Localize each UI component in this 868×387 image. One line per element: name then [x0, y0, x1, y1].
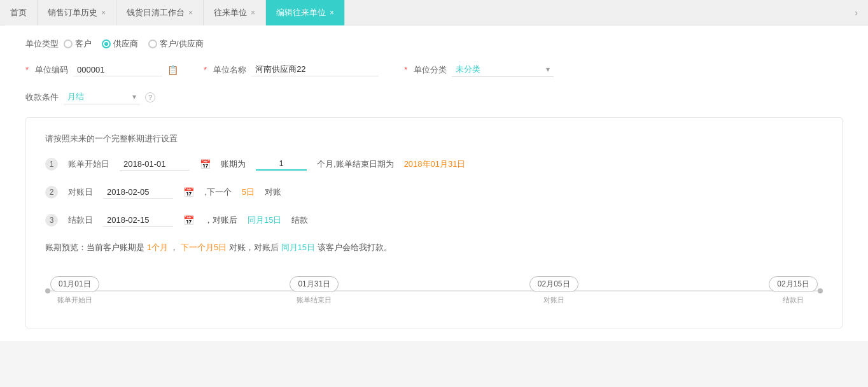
timeline-node-1-label: 账单开始日: [57, 295, 92, 305]
tab-home[interactable]: 首页: [5, 0, 38, 25]
unit-category-arrow-icon: ▾: [546, 65, 550, 74]
unit-category-required: *: [404, 65, 407, 74]
period-prefix: 账期为: [221, 158, 246, 170]
tab-edit-partner[interactable]: 编辑往来单位 ×: [266, 0, 345, 25]
tab-cashflow[interactable]: 钱货日清工作台 ×: [116, 0, 204, 25]
tab-cashflow-label: 钱货日清工作台: [127, 7, 185, 18]
tab-partner-close[interactable]: ×: [251, 8, 255, 17]
unit-type-radio-group: 客户 供应商 客户/供应商: [64, 38, 204, 50]
tab-cashflow-close[interactable]: ×: [188, 8, 193, 17]
preview-part2: 下一个月5日: [181, 243, 227, 252]
timeline-node-1-badge: 01月01日: [50, 276, 99, 292]
tab-expand-icon[interactable]: ›: [850, 8, 863, 18]
reconcile-suffix1: ,下一个: [204, 186, 232, 198]
tab-sales-history-close[interactable]: ×: [101, 8, 106, 17]
unit-category-select[interactable]: 未分类 ▾: [452, 62, 554, 77]
payment-suffix2: 同月15日: [248, 215, 281, 226]
reconcile-suffix3: 对账: [265, 186, 281, 198]
unit-name-input[interactable]: [251, 64, 379, 76]
payment-suffix3: 结款: [291, 215, 308, 226]
timeline-nodes: 01月01日 账单开始日 01月31日 账单结束日 02月05日 对账日: [50, 276, 818, 305]
period-value-input[interactable]: [256, 157, 307, 171]
setting-row-3: 3 结款日 📅 ，对账后 同月15日 结款: [45, 214, 823, 227]
preview-part3: 同月15日: [281, 243, 315, 252]
payment-terms-row: 收款条件 月结 ▾ ?: [25, 90, 843, 104]
unit-type-group: 单位类型 客户 供应商 客户/供应商: [25, 38, 204, 50]
payment-terms-help-icon[interactable]: ?: [145, 92, 155, 102]
payment-terms-group: 收款条件 月结 ▾ ?: [25, 90, 155, 104]
timeline-start-dot: [45, 288, 50, 293]
unit-name-label: 单位名称: [213, 64, 246, 76]
reconcile-date-cal-icon[interactable]: 📅: [183, 187, 194, 197]
timeline-node-4-label: 结款日: [783, 295, 804, 305]
unit-name-required: *: [204, 65, 207, 74]
period-unit-text: 个月,账单结束日期为: [317, 158, 394, 170]
setting-num-2: 2: [45, 186, 58, 199]
tab-sales-history[interactable]: 销售订单历史 ×: [38, 0, 116, 25]
unit-code-copy-icon[interactable]: 📋: [167, 65, 178, 75]
tab-sales-history-label: 销售订单历史: [48, 7, 97, 18]
preview-prefix: 账期预览：当前客户账期是: [45, 243, 144, 252]
payment-terms-label: 收款条件: [25, 92, 59, 103]
timeline-node-2-label: 账单结束日: [297, 295, 332, 305]
radio-customer-label: 客户: [75, 38, 92, 50]
unit-code-group: * 单位编码 📋: [25, 64, 178, 76]
start-date-cal-icon[interactable]: 📅: [200, 159, 211, 169]
unit-category-group: * 单位分类 未分类 ▾: [404, 62, 554, 77]
payment-date-input[interactable]: [103, 214, 173, 227]
timeline-node-2-badge: 01月31日: [290, 276, 339, 292]
payment-suffix1: ，对账后: [204, 215, 237, 226]
panel-instruction: 请按照未来的一个完整帐期进行设置: [45, 133, 823, 144]
radio-both[interactable]: 客户/供应商: [148, 38, 204, 50]
timeline-node-3-badge: 02月05日: [529, 276, 578, 292]
radio-both-label: 客户/供应商: [160, 38, 204, 50]
unit-category-label: 单位分类: [414, 64, 447, 76]
timeline-node-4: 02月15日 结款日: [769, 276, 818, 305]
timeline-node-4-badge: 02月15日: [769, 276, 818, 292]
payment-terms-select[interactable]: 月结 ▾: [64, 90, 140, 104]
preview-part1: 1个月: [147, 243, 168, 252]
radio-customer[interactable]: 客户: [64, 38, 92, 50]
preview-row: 账期预览：当前客户账期是 1个月 ， 下一个月5日 对账，对账后 同月15日 该…: [45, 232, 823, 264]
unit-code-label: 单位编码: [35, 64, 68, 76]
preview-mid1: ，: [170, 243, 178, 252]
unit-code-required: *: [25, 65, 29, 74]
timeline-section: 01月01日 账单开始日 01月31日 账单结束日 02月05日 对账日: [45, 264, 823, 313]
setting-label-3: 结款日: [68, 215, 93, 226]
unit-code-input[interactable]: [73, 64, 162, 76]
payment-terms-value: 月结: [67, 91, 132, 102]
unit-type-row: 单位类型 客户 供应商 客户/供应商: [25, 38, 843, 50]
radio-supplier-label: 供应商: [113, 38, 138, 50]
tab-edit-partner-label: 编辑往来单位: [276, 7, 326, 18]
unit-info-row: * 单位编码 📋 * 单位名称 * 单位分类 未分类 ▾: [25, 62, 843, 77]
timeline-end-dot: [818, 288, 823, 293]
start-date-input[interactable]: [120, 158, 190, 171]
setting-label-2: 对账日: [68, 186, 93, 198]
setting-row-2: 2 对账日 📅 ,下一个 5日 对账: [45, 186, 823, 199]
preview-mid2: 对账，对账后: [229, 243, 279, 252]
tab-partner-label: 往来单位: [214, 7, 247, 18]
setting-num-3: 3: [45, 214, 58, 227]
main-content: 单位类型 客户 供应商 客户/供应商 * 单位编码: [0, 25, 868, 341]
setting-row-1: 1 账单开始日 📅 账期为 个月,账单结束日期为 2018年01月31日: [45, 157, 823, 171]
tab-edit-partner-close[interactable]: ×: [330, 8, 334, 17]
settings-panel: 请按照未来的一个完整帐期进行设置 1 账单开始日 📅 账期为 个月,账单结束日期…: [25, 117, 843, 328]
reconcile-date-input[interactable]: [103, 186, 173, 199]
timeline-node-3: 02月05日 对账日: [529, 276, 578, 305]
tab-home-label: 首页: [10, 7, 27, 18]
end-date-highlight: 2018年01月31日: [404, 158, 466, 170]
tab-partner[interactable]: 往来单位 ×: [204, 0, 266, 25]
unit-name-group: * 单位名称: [204, 64, 379, 76]
unit-category-value: 未分类: [456, 64, 546, 75]
preview-suffix: 该客户会给我打款。: [318, 243, 392, 252]
radio-supplier-circle: [102, 39, 111, 48]
payment-date-cal-icon[interactable]: 📅: [183, 215, 194, 225]
unit-type-label: 单位类型: [25, 38, 59, 50]
payment-terms-arrow-icon: ▾: [132, 92, 136, 101]
radio-both-circle: [148, 39, 157, 48]
radio-supplier[interactable]: 供应商: [102, 38, 138, 50]
reconcile-suffix2: 5日: [242, 186, 255, 198]
setting-num-1: 1: [45, 158, 58, 171]
timeline-node-2: 01月31日 账单结束日: [290, 276, 339, 305]
tab-bar: 首页 销售订单历史 × 钱货日清工作台 × 往来单位 × 编辑往来单位 × ›: [0, 0, 868, 25]
